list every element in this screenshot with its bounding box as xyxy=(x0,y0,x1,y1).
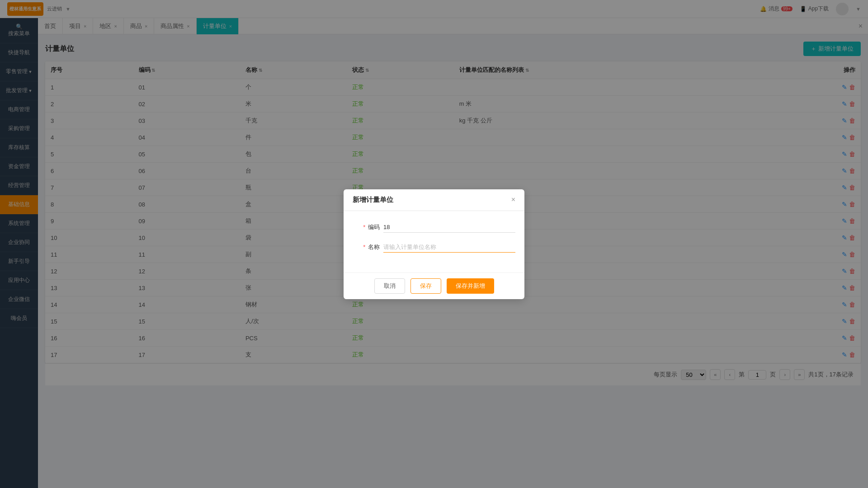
save-continue-button[interactable]: 保存并新增 xyxy=(447,278,494,294)
name-label: * 名称 xyxy=(353,243,380,251)
code-input[interactable] xyxy=(383,222,515,233)
modal-body: * 编码 * 名称 xyxy=(344,211,524,272)
form-row-code: * 编码 xyxy=(353,222,515,233)
modal-title: 新增计量单位 xyxy=(353,196,393,204)
save-button[interactable]: 保存 xyxy=(410,278,441,294)
name-input[interactable] xyxy=(383,242,515,253)
cancel-button[interactable]: 取消 xyxy=(374,278,405,294)
add-unit-modal: 新增计量单位 × * 编码 * 名称 取消 保存 保存并新增 xyxy=(344,189,524,299)
code-label: * 编码 xyxy=(353,223,380,231)
modal-overlay: 新增计量单位 × * 编码 * 名称 取消 保存 保存并新增 xyxy=(0,0,868,488)
modal-header: 新增计量单位 × xyxy=(344,189,524,211)
modal-footer: 取消 保存 保存并新增 xyxy=(344,272,524,299)
modal-close-button[interactable]: × xyxy=(511,196,515,203)
form-row-name: * 名称 xyxy=(353,242,515,253)
